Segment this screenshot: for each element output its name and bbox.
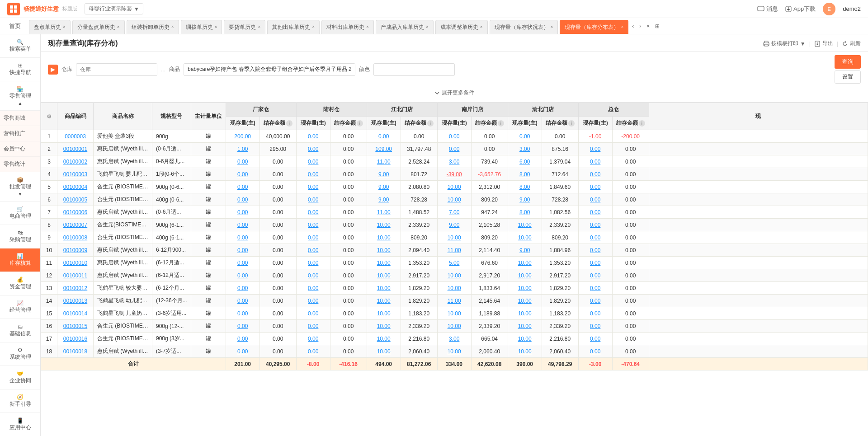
group-jiangbei: 江北门店	[367, 103, 437, 117]
page-actions: 按模板打印 ▼ | 导出 | 刷新	[763, 40, 861, 47]
color-input[interactable]	[373, 63, 455, 76]
top-bar: 畅捷通好生意 标题版 母婴行业演示陈套 ▼ 消息 App下载 E demo2	[0, 0, 868, 18]
sidebar-item-member[interactable]: 会员中心	[0, 141, 40, 157]
svg-rect-0	[10, 5, 13, 9]
sidebar-item-system[interactable]: ⚙ 系统管理	[0, 342, 40, 366]
table-row: 1700100016合生元 (BIOSTIME) ...900g (3岁...罐…	[41, 333, 868, 345]
sidebar-item-search[interactable]: 🔍 搜索英单	[0, 34, 40, 58]
divider-1: |	[809, 41, 811, 47]
table-row: 1600100015合生元 (BIOSTIME) ...900g (12-...…	[41, 320, 868, 333]
top-bar-right: 消息 App下载 E demo2	[757, 3, 861, 15]
svg-rect-1	[14, 5, 17, 9]
tab-xiancun-status[interactable]: 现存量（库存状况表）×	[490, 20, 558, 34]
table-row: 1200100011惠氏启赋 (Wyeth illu...(6-12月适...罐…	[41, 269, 868, 282]
content-area: 现存量查询(库存分布) 按模板打印 ▼ | 导出 | 刷新	[41, 34, 868, 436]
message-btn[interactable]: 消息	[757, 5, 778, 13]
settings-btn[interactable]: 设置	[835, 70, 861, 84]
col-extra: 现	[649, 103, 868, 130]
sidebar-item-finance[interactable]: 💰 资金管理	[0, 272, 40, 295]
table-row: 10000003爱他美 盒装3段900g罐200.0040,000.000.00…	[41, 130, 868, 143]
table-row: 1100100010惠氏启赋 (Wyeth illu...(6-12月适...罐…	[41, 257, 868, 269]
table-row: 300100002惠氏启赋 (Wyeth illu...0-6月婴儿...罐0.…	[41, 155, 868, 168]
logo-text: 畅捷通好生意	[24, 5, 59, 13]
tab-cailiao[interactable]: 材料出库单历史 ×	[321, 20, 374, 34]
print-btn[interactable]: 按模板打印 ▼	[763, 40, 806, 47]
tab-fenliang[interactable]: 分量盘点单历史 ×	[72, 20, 125, 34]
filter-right-btns: 查询 设置	[835, 55, 861, 84]
table-row: 1500100014飞鹤星飞帆 儿童奶粉 4...(3-6岁适用...罐0.00…	[41, 307, 868, 320]
tab-expand-btn[interactable]: ⊞	[652, 18, 662, 34]
sidebar-item-retail-mgmt[interactable]: 🏪 零售管理 ▲	[0, 81, 40, 111]
table-container[interactable]: ⚙ 商品编码 商品名称 规格型号 主计量单位 厂家仓 陆村仓 江北门店 南岸门店…	[41, 103, 868, 436]
svg-rect-8	[764, 44, 768, 46]
tab-yaohuo[interactable]: 要货单历史 ×	[224, 20, 265, 34]
group-total: 总仓	[578, 103, 649, 117]
table-row: 1000100009惠氏启赋 (Wyeth illu...6-12月900...…	[41, 244, 868, 257]
sidebar-item-retail-mall[interactable]: 零售商城	[0, 111, 40, 126]
industry-selector[interactable]: 母婴行业演示陈套 ▼	[85, 3, 143, 14]
sidebar-item-guide[interactable]: 🧭 新手引导	[0, 389, 40, 413]
filter-toggle-btn[interactable]: ▶	[48, 65, 58, 75]
inventory-table: ⚙ 商品编码 商品名称 规格型号 主计量单位 厂家仓 陆村仓 江北门店 南岸门店…	[41, 103, 868, 370]
refresh-btn[interactable]: 刷新	[842, 40, 861, 47]
col-settings[interactable]: ⚙	[41, 103, 57, 130]
table-row: 400100003飞鹤星飞帆 婴儿配方奶...1段(0-6个...罐0.000.…	[41, 168, 868, 181]
sidebar-item-stats[interactable]: 零售统计	[0, 157, 40, 172]
sidebar-item-ecom[interactable]: 🛒 电商管理	[0, 202, 40, 225]
svg-rect-3	[14, 9, 17, 13]
sidebar-item-purchase[interactable]: 🛍 采购管理	[0, 225, 40, 248]
sidebar-item-operations[interactable]: 📈 经营管理	[0, 295, 40, 319]
warehouse-input[interactable]	[76, 63, 157, 76]
table-group-header-row: ⚙ 商品编码 商品名称 规格型号 主计量单位 厂家仓 陆村仓 江北门店 南岸门店…	[41, 103, 868, 117]
svg-rect-2	[10, 9, 13, 13]
filter-section: ▶ 仓库 ... 商品 颜色 查询 设置	[48, 55, 861, 84]
sidebar-item-appstore[interactable]: 📱 应用中心	[0, 413, 40, 436]
table-row: 1400100013飞鹤星飞帆 幼儿配方奶...(12-36个月...罐0.00…	[41, 295, 868, 307]
product-input[interactable]	[184, 63, 355, 76]
table-row: 1300100012飞鹤星飞帆 较大婴儿配...(6-12个月...罐0.000…	[41, 282, 868, 295]
page-title: 现存量查询(库存分布)	[48, 39, 118, 48]
tab-home[interactable]: 首页	[2, 18, 28, 34]
tab-chengpin[interactable]: 产成品入库单历史 ×	[376, 20, 434, 34]
tab-close-all-btn[interactable]: ×	[644, 18, 652, 34]
search-btn[interactable]: 查询	[835, 55, 861, 69]
sidebar-item-collab[interactable]: 🤝 企业协同	[0, 366, 40, 389]
tab-bar: 首页 盘点单历史 × 分量盘点单历史 × 组装拆卸单历史 × 调拨单历史 × 要…	[0, 18, 868, 34]
tab-zuzhang[interactable]: 组装拆卸单历史 ×	[127, 20, 179, 34]
sidebar-item-base[interactable]: 🗂 基础信息	[0, 319, 40, 342]
group-nanan: 南岸门店	[437, 103, 508, 117]
color-label: 颜色	[359, 66, 370, 73]
expand-btn[interactable]: 展开更多条件	[431, 87, 478, 98]
table-body: 10000003爱他美 盒装3段900g罐200.0040,000.000.00…	[41, 130, 868, 370]
sidebar-item-nav[interactable]: ⊞ 快捷导航	[0, 58, 40, 81]
logo-sub: 标题版	[62, 5, 77, 12]
tab-chengben[interactable]: 成本调整单历史 ×	[435, 20, 488, 34]
warehouse-label: 仓库	[61, 66, 72, 73]
tab-prev-btn[interactable]: ‹	[629, 18, 637, 34]
table-row: 900100008合生元 (BIOSTIME) ...400g (6-1...罐…	[41, 231, 868, 244]
tab-pandian[interactable]: 盘点单历史 ×	[29, 20, 71, 34]
tab-diaobo[interactable]: 调拨单历史 ×	[181, 20, 222, 34]
table-summary-row: 合计201.0040,295.00-8.00-416.16494.0081,27…	[41, 358, 868, 370]
filter-row: ▶ 仓库 ... 商品 颜色	[48, 63, 835, 76]
group-yubei: 渝北门店	[508, 103, 578, 117]
table-row: 200100001惠氏启赋 (Wyeth illu...(0-6月适...罐1.…	[41, 143, 868, 155]
group-lucun: 陆村仓	[296, 103, 367, 117]
user-avatar[interactable]: E	[823, 3, 835, 15]
main-layout: 🔍 搜索英单 ⊞ 快捷导航 🏪 零售管理 ▲ 零售商城 营销推广 会员中心 零售…	[0, 34, 868, 436]
top-bar-left: 畅捷通好生意 标题版 母婴行业演示陈套 ▼	[7, 3, 143, 15]
svg-rect-4	[758, 6, 764, 11]
logo-icon	[7, 3, 20, 15]
sidebar-item-inventory[interactable]: 📊 库存核算	[0, 248, 40, 272]
tab-next-btn[interactable]: ›	[637, 18, 644, 34]
app-download-btn[interactable]: App下载	[785, 5, 816, 13]
page-header: 现存量查询(库存分布) 按模板打印 ▼ | 导出 | 刷新	[41, 34, 868, 52]
table-row: 500100004合生元 (BIOSTIME) ...900g (0-6...罐…	[41, 181, 868, 193]
tab-xiancun-dist[interactable]: 现存量（库存分布表）×	[560, 20, 628, 34]
sidebar-item-marketing[interactable]: 营销推广	[0, 126, 40, 141]
sidebar-item-wholesale[interactable]: 📦 批发管理 ▼	[0, 172, 40, 202]
table-row: 800100007合生元(BIOSTIME)沁...900g (6-1...罐0…	[41, 219, 868, 231]
export-btn[interactable]: 导出	[814, 40, 833, 47]
tab-qita[interactable]: 其他出库单历史 ×	[267, 20, 320, 34]
expand-row: 展开更多条件	[48, 85, 861, 98]
